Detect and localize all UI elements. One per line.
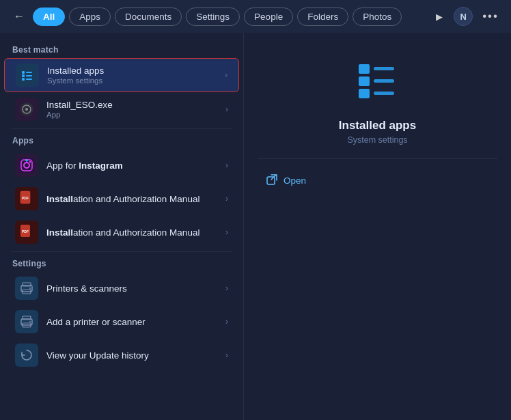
right-panel: Installed apps System settings Open — [243, 33, 511, 420]
instagram-text: App for Instagram — [46, 160, 217, 171]
divider-1 — [11, 128, 232, 129]
result-printers[interactable]: Printers & scanners › — [4, 272, 239, 305]
pdf-icon-svg-2: PDF — [19, 224, 34, 240]
open-label: Open — [284, 176, 306, 186]
svg-text:PDF: PDF — [22, 229, 29, 234]
result-update-history[interactable]: View your Update history › — [4, 339, 239, 372]
manual2-arrow: › — [225, 227, 228, 237]
installed-apps-subtitle: System settings — [47, 76, 217, 85]
manual1-text: Installation and Authorization Manual — [46, 194, 217, 204]
printers-text: Printers & scanners — [46, 283, 217, 294]
tab-people[interactable]: People — [244, 8, 293, 26]
back-button[interactable]: ← — [10, 7, 29, 26]
result-instagram[interactable]: App for Instagram › — [4, 149, 239, 182]
manual2-text: Installation and Authorization Manual — [46, 227, 217, 238]
installed-apps-title: Installed apps — [47, 66, 217, 76]
instagram-icon — [15, 154, 38, 177]
main: Best match Installed apps System setting… — [0, 33, 511, 420]
result-install-manual-2[interactable]: PDF Installation and Authorization Manua… — [4, 216, 239, 249]
install-eso-subtitle: App — [46, 111, 217, 119]
manual2-title: Installation and Authorization Manual — [46, 227, 217, 238]
install-eso-title: Install_ESO.exe — [46, 100, 217, 110]
svg-rect-32 — [359, 89, 370, 98]
right-divider — [258, 158, 497, 159]
result-installed-apps[interactable]: Installed apps System settings › — [4, 58, 239, 92]
printer-svg — [19, 281, 34, 296]
update-history-title: View your Update history — [46, 350, 217, 361]
svg-point-23 — [29, 288, 31, 289]
app-large-subtitle: System settings — [347, 135, 407, 145]
svg-text:PDF: PDF — [22, 196, 29, 200]
update-history-icon — [15, 344, 38, 367]
filter-tabs: All Apps Documents Settings People Folde… — [33, 8, 422, 26]
tab-photos[interactable]: Photos — [353, 8, 402, 26]
instagram-icon-svg — [18, 157, 35, 173]
add-printer-text: Add a printer or scanner — [46, 317, 217, 327]
add-printer-icon — [15, 310, 38, 333]
svg-point-27 — [29, 321, 31, 322]
header-right: ▶ N ••• — [432, 7, 501, 26]
settings-svg — [20, 68, 35, 83]
divider-2 — [11, 251, 232, 252]
svg-point-8 — [25, 108, 28, 111]
open-button[interactable]: Open — [258, 169, 497, 193]
update-history-arrow: › — [225, 350, 228, 360]
result-install-eso[interactable]: Install_ESO.exe App › — [4, 93, 239, 126]
svg-rect-1 — [26, 72, 32, 73]
more-icon: ••• — [482, 10, 499, 23]
installed-apps-arrow: › — [225, 70, 227, 80]
result-add-printer[interactable]: Add a printer or scanner › — [4, 305, 239, 338]
svg-rect-33 — [374, 92, 394, 95]
manual2-icon: PDF — [15, 221, 38, 244]
refresh-svg — [19, 348, 34, 363]
pdf-icon-svg-1: PDF — [19, 191, 34, 207]
svg-rect-29 — [374, 67, 394, 70]
instagram-title: App for Instagram — [46, 160, 217, 171]
tab-all[interactable]: All — [33, 8, 65, 26]
svg-rect-31 — [374, 79, 394, 83]
more-button[interactable]: ••• — [480, 10, 501, 23]
install-eso-text: Install_ESO.exe App — [46, 100, 217, 119]
section-apps-label: Apps — [0, 132, 243, 148]
eso-icon-svg — [18, 101, 35, 117]
add-printer-svg — [19, 314, 34, 329]
install-eso-icon — [15, 98, 38, 121]
svg-rect-4 — [22, 78, 25, 81]
play-button[interactable]: ▶ — [432, 9, 447, 24]
tab-settings[interactable]: Settings — [186, 8, 240, 26]
app-large-icon — [350, 53, 405, 108]
installed-apps-icon — [16, 64, 39, 87]
svg-rect-14 — [26, 159, 27, 162]
printers-arrow: › — [225, 283, 228, 293]
open-icon-svg — [266, 173, 278, 186]
tab-documents[interactable]: Documents — [115, 8, 182, 26]
header: ← All Apps Documents Settings People Fol… — [0, 0, 511, 33]
tab-folders[interactable]: Folders — [297, 8, 348, 26]
section-best-match-label: Best match — [0, 41, 243, 57]
left-panel: Best match Installed apps System setting… — [0, 33, 243, 420]
manual1-title: Installation and Authorization Manual — [46, 194, 217, 204]
printers-title: Printers & scanners — [46, 283, 217, 294]
update-history-text: View your Update history — [46, 350, 217, 361]
tab-apps[interactable]: Apps — [69, 8, 111, 26]
svg-rect-30 — [359, 76, 370, 86]
installed-apps-text: Installed apps System settings — [47, 66, 217, 85]
app-large-title: Installed apps — [339, 119, 416, 132]
avatar-label: N — [460, 12, 466, 22]
svg-rect-0 — [22, 71, 25, 74]
back-icon: ← — [14, 10, 25, 23]
instagram-arrow: › — [225, 160, 228, 170]
avatar[interactable]: N — [454, 7, 473, 26]
add-printer-title: Add a printer or scanner — [46, 317, 217, 327]
instagram-title-text: App for Instagram — [46, 160, 123, 171]
printers-icon — [15, 277, 38, 300]
play-icon: ▶ — [436, 12, 443, 22]
manual1-icon: PDF — [15, 187, 38, 210]
manual1-arrow: › — [225, 194, 228, 204]
open-icon — [266, 173, 278, 188]
svg-point-11 — [29, 161, 31, 163]
result-install-manual-1[interactable]: PDF Installation and Authorization Manua… — [4, 182, 239, 215]
svg-rect-28 — [359, 64, 370, 74]
install-eso-arrow: › — [225, 104, 228, 114]
svg-rect-2 — [22, 74, 25, 77]
